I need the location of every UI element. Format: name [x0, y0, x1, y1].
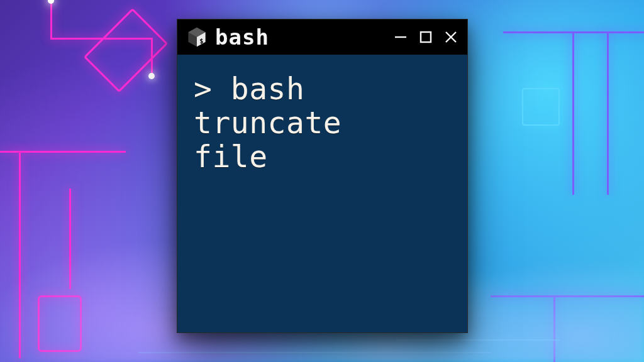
terminal-line-1: > bash — [194, 72, 451, 106]
terminal-window: $ bash > bashtruncatefile — [177, 19, 468, 333]
decor-line — [522, 88, 560, 126]
bash-icon: $ — [186, 26, 208, 48]
terminal-line-2: truncate — [194, 106, 451, 140]
terminal-line-3: file — [194, 140, 451, 174]
wallpaper-backdrop: $ bash > bashtruncatefile — [0, 0, 644, 362]
terminal-text: bash — [231, 71, 305, 106]
decor-line — [572, 31, 574, 195]
prompt-symbol: > — [194, 71, 212, 106]
maximize-button[interactable] — [418, 30, 433, 45]
svg-text:$: $ — [199, 38, 203, 45]
minimize-button[interactable] — [393, 30, 408, 45]
svg-rect-5 — [421, 32, 431, 42]
titlebar[interactable]: $ bash — [177, 19, 467, 55]
terminal-body[interactable]: > bashtruncatefile — [177, 55, 467, 332]
decor-dot — [48, 0, 54, 4]
decor-line — [84, 8, 168, 92]
decor-dot — [148, 73, 155, 79]
decor-line — [50, 0, 52, 38]
window-controls — [393, 30, 458, 45]
close-button[interactable] — [443, 30, 458, 45]
window-title: bash — [215, 25, 269, 50]
decor-line — [607, 31, 609, 195]
